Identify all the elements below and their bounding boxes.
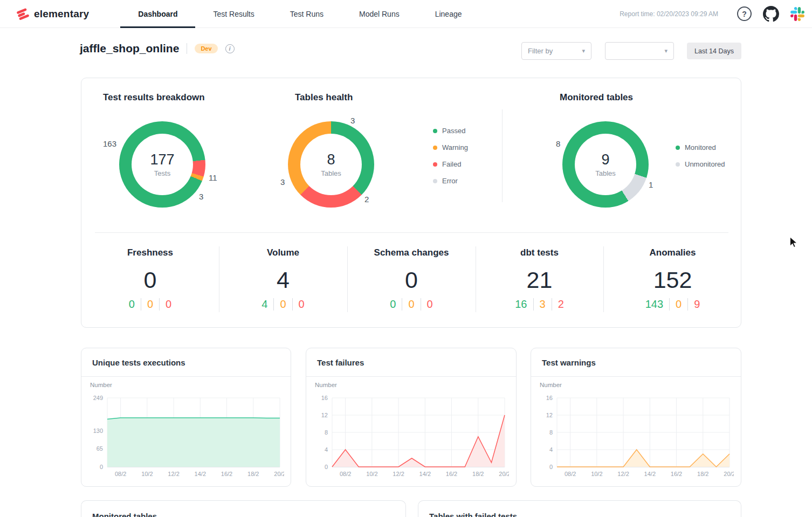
header-controls: Filter by ▾ ▾ Last 14 Days xyxy=(521,42,741,60)
svg-text:16/2: 16/2 xyxy=(221,471,232,477)
svg-text:18/2: 18/2 xyxy=(247,471,259,477)
unmonitored-count-callout: 1 xyxy=(649,180,653,189)
legend-item-failed[interactable]: Failed xyxy=(433,156,468,173)
metric-passed: 0 xyxy=(123,298,141,311)
svg-text:12/2: 12/2 xyxy=(168,471,179,477)
metric-total: 4 xyxy=(277,266,290,294)
project-title: jaffle_shop_online xyxy=(80,42,179,55)
monitored-count-callout: 8 xyxy=(556,139,560,148)
monitored-legend: Monitored Unmonitored xyxy=(676,139,725,173)
env-badge: Dev xyxy=(195,44,217,53)
metric-passed: 16 xyxy=(509,298,533,311)
health-legend: Passed Warning Failed Error xyxy=(433,122,468,189)
legend-item-passed[interactable]: Passed xyxy=(433,122,468,139)
github-icon[interactable] xyxy=(763,6,779,22)
elementary-logo[interactable]: elementary xyxy=(0,7,89,20)
svg-text:16: 16 xyxy=(321,395,328,401)
svg-text:20/2: 20/2 xyxy=(724,471,734,477)
svg-text:20/2: 20/2 xyxy=(499,471,509,477)
metric-total: 0 xyxy=(144,266,157,294)
info-icon[interactable]: i xyxy=(225,44,235,53)
brand-name: elementary xyxy=(34,8,89,20)
donut-center-label: Tests xyxy=(154,169,170,177)
filter-by-select[interactable]: Filter by ▾ xyxy=(521,42,591,60)
svg-text:14/2: 14/2 xyxy=(644,471,656,477)
donut-center-label: Tables xyxy=(321,169,341,177)
health-failed-callout: 2 xyxy=(364,195,369,204)
legend-item-error[interactable]: Error xyxy=(433,173,468,189)
summary-card: Test results breakdown Tables health Mon… xyxy=(81,78,741,328)
svg-text:08/2: 08/2 xyxy=(340,471,351,477)
metric-schema-changes: Schema changes 0 0 0 0 xyxy=(347,240,476,311)
slack-icon[interactable] xyxy=(790,7,804,21)
metric-failed: 0 xyxy=(421,298,439,311)
svg-text:16/2: 16/2 xyxy=(446,471,457,477)
svg-text:0: 0 xyxy=(100,464,103,470)
card-title: Monitored tables xyxy=(92,512,157,517)
failed-tables-card: Tables with failed tests xyxy=(418,500,741,517)
svg-text:12/2: 12/2 xyxy=(393,471,404,477)
health-warning-callout: 3 xyxy=(280,177,285,187)
elementary-logo-icon xyxy=(16,7,30,20)
metric-failed: 9 xyxy=(688,298,706,311)
unique-tests-card: Unique tests executions Number 249130650… xyxy=(81,348,291,487)
metrics-row: Freshness 0 0 0 0 Volume 4 4 0 0 Schema … xyxy=(81,240,742,311)
metrics-divider xyxy=(95,232,728,233)
metric-divider xyxy=(603,246,604,312)
metric-divider xyxy=(347,246,348,312)
card-title: Test failures xyxy=(317,358,364,367)
nav-tab-lineage[interactable]: Lineage xyxy=(417,0,480,28)
nav-tab-model-runs[interactable]: Model Runs xyxy=(341,0,417,28)
svg-text:130: 130 xyxy=(93,428,103,434)
warning-dot-icon xyxy=(433,146,437,150)
legend-item-warning[interactable]: Warning xyxy=(433,139,468,156)
nav-tab-test-results[interactable]: Test Results xyxy=(195,0,272,28)
metric-divider xyxy=(219,246,219,312)
passed-dot-icon xyxy=(433,129,437,133)
legend-item-monitored[interactable]: Monitored xyxy=(676,139,725,156)
chevron-down-icon: ▾ xyxy=(582,47,585,54)
donut-center-value: 8 xyxy=(327,151,335,168)
tests-breakdown-title: Test results breakdown xyxy=(103,92,205,103)
nav-tab-test-runs[interactable]: Test Runs xyxy=(272,0,341,28)
metric-warning: 0 xyxy=(141,298,160,311)
card-title: Test warnings xyxy=(542,358,596,367)
svg-text:8: 8 xyxy=(325,429,328,436)
test-warnings-card: Test warnings Number 161284008/210/212/2… xyxy=(531,348,741,487)
metric-dbt-tests: dbt tests 21 16 3 2 xyxy=(476,240,603,311)
mouse-cursor xyxy=(788,236,799,248)
metric-passed: 143 xyxy=(639,298,669,311)
donut-center-value: 9 xyxy=(601,151,609,168)
date-range-button[interactable]: Last 14 Days xyxy=(687,43,741,59)
unmonitored-dot-icon xyxy=(676,162,680,167)
donut-center-label: Tables xyxy=(595,169,616,177)
svg-text:249: 249 xyxy=(93,395,103,401)
y-axis-name: Number xyxy=(540,382,562,388)
secondary-filter-select[interactable]: ▾ xyxy=(605,42,674,60)
svg-text:8: 8 xyxy=(549,429,553,436)
svg-text:10/2: 10/2 xyxy=(141,471,153,477)
svg-text:65: 65 xyxy=(97,445,103,452)
unique-tests-line-chart: 24913065008/210/212/214/216/218/220/2 xyxy=(86,391,284,483)
monitored-dot-icon xyxy=(676,146,680,150)
svg-text:18/2: 18/2 xyxy=(472,471,484,477)
legend-item-unmonitored[interactable]: Unmonitored xyxy=(676,156,725,173)
chevron-down-icon: ▾ xyxy=(664,47,668,54)
svg-text:12: 12 xyxy=(546,412,553,418)
test-failures-line-chart: 161284008/210/212/214/216/218/220/2 xyxy=(311,391,509,483)
svg-text:14/2: 14/2 xyxy=(195,471,206,477)
title-separator xyxy=(187,43,187,54)
metric-failed: 0 xyxy=(160,298,177,311)
warning-count-callout: 3 xyxy=(199,192,203,201)
health-passed-callout: 3 xyxy=(350,116,355,125)
y-axis-name: Number xyxy=(315,382,337,388)
metric-anomalies: Anomalies 152 143 0 9 xyxy=(603,240,742,311)
metric-total: 152 xyxy=(653,266,692,294)
svg-text:08/2: 08/2 xyxy=(115,471,126,477)
main-nav: Dashboard Test Results Test Runs Model R… xyxy=(120,0,479,28)
test-results-donut-chart: 177 Tests xyxy=(119,121,205,208)
metric-total: 21 xyxy=(527,266,553,294)
test-warnings-line-chart: 161284008/210/212/214/216/218/220/2 xyxy=(535,391,734,483)
nav-tab-dashboard[interactable]: Dashboard xyxy=(120,0,195,28)
help-icon[interactable]: ? xyxy=(737,6,752,21)
